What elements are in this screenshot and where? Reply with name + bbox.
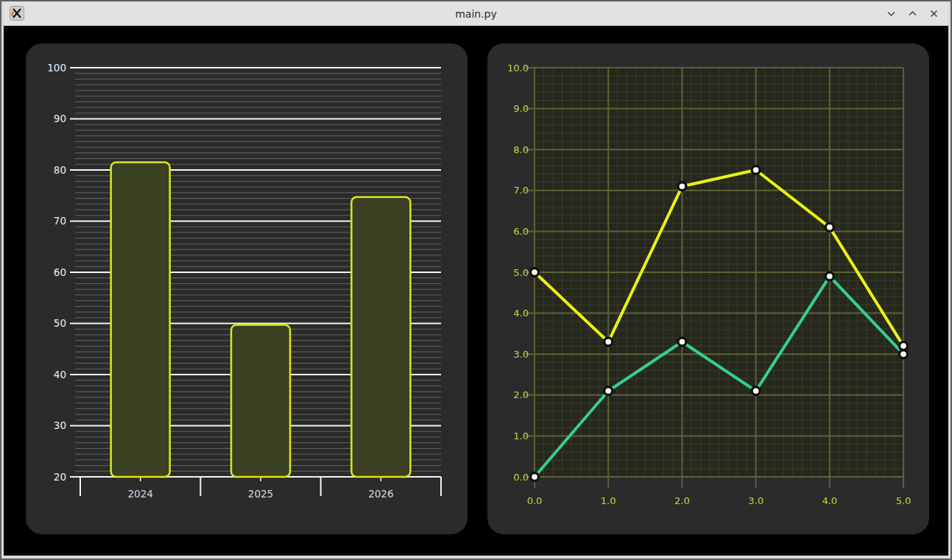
y-tick-label: 100 bbox=[47, 62, 66, 74]
window-controls bbox=[885, 1, 939, 26]
bar-2025 bbox=[231, 325, 290, 477]
y-tick-label: 90 bbox=[54, 113, 66, 124]
yellow-series-marker bbox=[604, 338, 613, 346]
y-tick-label: 3.0 bbox=[513, 349, 529, 360]
line-chart-panel: 0.01.02.03.04.05.06.07.08.09.010.00.01.0… bbox=[487, 43, 929, 534]
y-tick-label: 60 bbox=[54, 266, 66, 278]
green-series-marker bbox=[752, 387, 760, 395]
y-tick-label: 70 bbox=[54, 215, 66, 227]
yellow-series-marker bbox=[825, 223, 833, 231]
line-chart-canvas[interactable]: 0.01.02.03.04.05.06.07.08.09.010.00.01.0… bbox=[487, 43, 929, 534]
y-tick-label: 0.0 bbox=[513, 472, 529, 483]
y-tick-label: 8.0 bbox=[513, 144, 529, 155]
x-tick-label: 4.0 bbox=[822, 495, 837, 506]
x-tick-label: 2026 bbox=[368, 488, 393, 500]
x-tick-label: 3.0 bbox=[748, 495, 764, 506]
y-tick-label: 4.0 bbox=[513, 308, 529, 319]
minimize-button[interactable] bbox=[885, 8, 897, 20]
bar-2026 bbox=[351, 197, 410, 477]
y-tick-label: 20 bbox=[54, 471, 66, 483]
y-tick-label: 80 bbox=[54, 164, 66, 176]
x11-logo-icon bbox=[10, 6, 24, 21]
y-tick-label: 5.0 bbox=[513, 267, 529, 278]
x-tick-label: 2024 bbox=[127, 488, 152, 500]
maximize-button[interactable] bbox=[906, 8, 918, 20]
y-tick-label: 6.0 bbox=[513, 226, 529, 237]
bar-chart-panel: 2030405060708090100202420252026 bbox=[26, 43, 468, 534]
green-series-marker bbox=[825, 272, 833, 280]
green-series-marker bbox=[900, 350, 908, 358]
yellow-series-marker bbox=[531, 269, 539, 277]
green-series-marker bbox=[531, 473, 539, 481]
green-series-marker bbox=[604, 387, 613, 395]
window-title: main.py bbox=[4, 8, 948, 20]
y-tick-label: 30 bbox=[54, 419, 66, 431]
close-button[interactable] bbox=[928, 8, 939, 20]
x-tick-label: 5.0 bbox=[896, 495, 912, 506]
x-tick-label: 2025 bbox=[248, 488, 273, 500]
app-window: main.py 2030405060708090100202420252026 … bbox=[0, 0, 952, 560]
bar-chart-canvas[interactable]: 2030405060708090100202420252026 bbox=[26, 43, 468, 534]
green-series-marker bbox=[678, 338, 686, 346]
yellow-series-marker bbox=[900, 342, 908, 350]
x-tick-label: 2.0 bbox=[674, 495, 690, 506]
yellow-series-marker bbox=[752, 166, 760, 174]
y-tick-label: 9.0 bbox=[513, 103, 529, 114]
x-tick-label: 0.0 bbox=[527, 495, 543, 506]
y-tick-label: 7.0 bbox=[513, 185, 529, 196]
y-tick-label: 10.0 bbox=[507, 63, 529, 74]
bar-2024 bbox=[111, 163, 170, 477]
x-tick-label: 1.0 bbox=[601, 495, 616, 506]
y-tick-label: 1.0 bbox=[513, 430, 529, 442]
y-tick-label: 2.0 bbox=[513, 389, 529, 400]
app-content: 2030405060708090100202420252026 0.01.02.… bbox=[4, 26, 948, 556]
yellow-series-marker bbox=[678, 182, 686, 191]
y-tick-label: 40 bbox=[54, 369, 66, 380]
y-tick-label: 50 bbox=[54, 317, 66, 329]
title-bar[interactable]: main.py bbox=[4, 1, 948, 26]
